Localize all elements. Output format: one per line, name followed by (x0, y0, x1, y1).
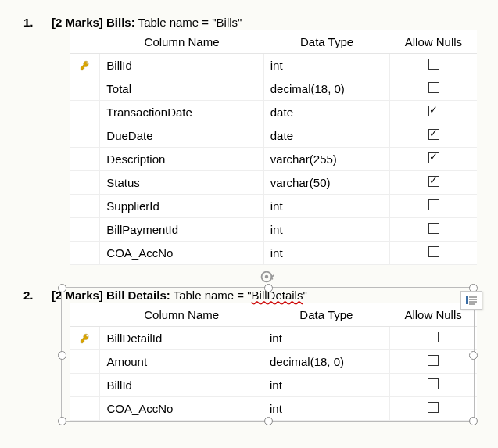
allow-nulls-cell (390, 242, 477, 265)
data-type-cell: int (263, 327, 390, 350)
column-name-cell: TransactionDate (100, 101, 263, 124)
item-2-number: 2. (23, 289, 42, 302)
allow-nulls-cell (390, 148, 477, 171)
table-row: BillIdint (70, 54, 477, 77)
table-row: SupplierIdint (70, 195, 477, 218)
primary-key-cell (70, 77, 100, 101)
data-type-cell: decimal(18, 0) (263, 77, 390, 101)
rotate-handle-icon[interactable] (258, 268, 275, 285)
data-type-cell: date (263, 124, 390, 148)
data-type-cell: int (263, 374, 390, 397)
allow-nulls-checkbox[interactable] (428, 82, 439, 93)
item-1-heading: 1. [2 Marks] Bills: Table name = "Bills" (23, 16, 475, 29)
allow-nulls-checkbox[interactable] (428, 129, 439, 140)
resize-handle-bl[interactable] (58, 417, 66, 425)
allow-nulls-cell (390, 54, 477, 77)
table-row: Statusvarchar(50) (70, 171, 477, 195)
column-name-cell: Status (100, 171, 263, 195)
primary-key-cell (70, 350, 100, 374)
column-name-cell: BillPaymentId (100, 218, 263, 242)
column-name-cell: BillDetailId (100, 327, 263, 350)
svg-rect-2 (466, 296, 468, 304)
allow-nulls-checkbox[interactable] (428, 59, 439, 70)
primary-key-cell (70, 54, 100, 77)
bills-table: Column Name Data Type Allow Nulls BillId… (70, 30, 477, 265)
column-name-cell: SupplierId (100, 195, 263, 218)
table-row: TransactionDatedate (70, 101, 477, 124)
billdetails-table: Column Name Data Type Allow Nulls BillDe… (70, 303, 477, 421)
allow-nulls-checkbox[interactable] (428, 176, 439, 187)
table-row: COA_AccNoint (70, 397, 477, 421)
data-type-cell: int (263, 397, 390, 421)
table-row: COA_AccNoint (70, 242, 477, 265)
bills-header-datatype: Data Type (263, 30, 390, 54)
column-name-cell: Total (100, 77, 263, 101)
column-name-cell: BillId (100, 374, 263, 397)
bills-tbody: BillIdintTotaldecimal(18, 0)TransactionD… (70, 54, 477, 265)
svg-point-1 (266, 276, 268, 278)
spelling-squiggle: BillDetails (252, 289, 303, 302)
allow-nulls-cell (390, 195, 477, 218)
primary-key-cell (70, 218, 100, 242)
allow-nulls-checkbox[interactable] (428, 152, 439, 163)
allow-nulls-cell (390, 77, 477, 101)
primary-key-cell (70, 397, 100, 421)
data-type-cell: int (263, 218, 390, 242)
allow-nulls-checkbox[interactable] (428, 106, 439, 116)
allow-nulls-cell (389, 327, 477, 350)
table-row: Descriptionvarchar(255) (70, 148, 477, 171)
table-row: BillDetailIdint (70, 327, 477, 350)
data-type-cell: varchar(255) (263, 148, 390, 171)
primary-key-cell (70, 242, 100, 265)
resize-handle-ml[interactable] (58, 351, 66, 360)
allow-nulls-checkbox[interactable] (428, 246, 439, 257)
data-type-cell: date (263, 101, 390, 124)
allow-nulls-checkbox[interactable] (428, 355, 439, 366)
table-row: Totaldecimal(18, 0) (70, 77, 477, 101)
primary-key-icon (77, 333, 93, 344)
table-row: Amountdecimal(18, 0) (70, 350, 477, 374)
allow-nulls-cell (389, 397, 477, 421)
primary-key-icon (77, 60, 93, 71)
allow-nulls-checkbox[interactable] (428, 332, 439, 342)
table-row: DueDatedate (70, 124, 477, 148)
column-name-cell: COA_AccNo (100, 242, 263, 265)
data-type-cell: int (263, 242, 390, 265)
primary-key-cell (70, 148, 100, 171)
column-name-cell: Description (100, 148, 263, 171)
allow-nulls-cell (390, 171, 477, 195)
column-name-cell: BillId (100, 54, 263, 77)
allow-nulls-checkbox[interactable] (428, 199, 439, 210)
billdetails-tbody: BillDetailIdintAmountdecimal(18, 0)BillI… (70, 327, 477, 421)
primary-key-cell (70, 171, 100, 195)
column-name-cell: COA_AccNo (100, 397, 263, 421)
column-name-cell: Amount (100, 350, 263, 374)
primary-key-cell (70, 374, 100, 397)
allow-nulls-checkbox[interactable] (428, 378, 439, 389)
item-1-label-bold: Bills: (106, 16, 135, 29)
bills-header-allownulls: Allow Nulls (390, 30, 477, 54)
item-1-label-rest: Table name = "Bills" (138, 16, 242, 29)
table-row: BillPaymentIdint (70, 218, 477, 242)
billdetails-header-colname: Column Name (100, 303, 263, 327)
data-type-cell: int (263, 54, 390, 77)
primary-key-cell (70, 327, 100, 350)
allow-nulls-checkbox[interactable] (428, 402, 439, 413)
data-type-cell: int (263, 195, 390, 218)
table-row: BillIdint (70, 374, 477, 397)
allow-nulls-cell (390, 101, 477, 124)
column-name-cell: DueDate (100, 124, 263, 148)
primary-key-cell (70, 101, 100, 124)
primary-key-cell (70, 124, 100, 148)
bills-header-colname: Column Name (100, 30, 263, 54)
allow-nulls-cell (390, 124, 477, 148)
allow-nulls-checkbox[interactable] (428, 223, 439, 234)
billdetails-header-datatype: Data Type (263, 303, 390, 327)
item-2-label-bold: Bill Details: (106, 289, 170, 302)
primary-key-cell (70, 195, 100, 218)
item-2-marks: [2 Marks] (52, 289, 103, 302)
allow-nulls-cell (390, 218, 477, 242)
layout-options-icon (465, 295, 478, 306)
item-1-marks: [2 Marks] (52, 16, 103, 29)
layout-options-button[interactable] (460, 291, 482, 310)
